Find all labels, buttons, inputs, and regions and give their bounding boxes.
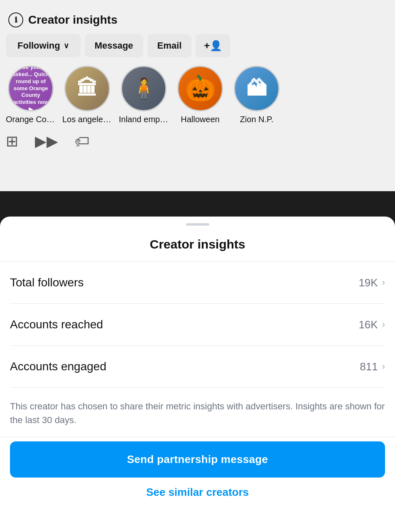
total-followers-value: 19K	[358, 276, 378, 289]
highlight-halloween[interactable]: 🎃 Halloween	[175, 66, 225, 124]
cta-section: Send partnership message See similar cre…	[0, 437, 395, 515]
background-profile: ℹ Creator insights Following ∨ Message E…	[0, 0, 395, 191]
total-followers-label: Total followers	[10, 276, 83, 289]
following-label: Following	[17, 40, 60, 51]
highlight-los-angeles[interactable]: 🏛 Los angeles...	[62, 66, 112, 124]
halloween-icon: 🎃	[185, 76, 216, 101]
modal-title: Creator insights	[0, 234, 395, 261]
highlight-zion[interactable]: 🏔 Zion N.P.	[232, 66, 282, 124]
total-followers-value-row: 19K ›	[358, 276, 385, 289]
highlight-inland-empire[interactable]: 🧍 Inland empire	[119, 66, 169, 124]
chevron-down-icon: ∨	[64, 41, 69, 50]
total-followers-row[interactable]: Total followers 19K ›	[10, 262, 385, 304]
highlights-row: Ok you asked... Quick round up of some O…	[0, 66, 395, 124]
highlight-circle-inland-empire: 🧍	[121, 66, 167, 111]
add-person-button[interactable]: +👤	[196, 34, 231, 57]
message-label: Message	[95, 40, 133, 51]
highlight-orange-county[interactable]: Ok you asked... Quick round up of some O…	[6, 66, 56, 124]
see-similar-creators-button[interactable]: See similar creators	[10, 478, 385, 507]
accounts-reached-value-row: 16K ›	[358, 318, 385, 331]
accounts-reached-chevron-icon: ›	[382, 319, 385, 330]
post-grid-area: ⊞ ▶▶ 🏷	[0, 124, 395, 150]
accounts-reached-row[interactable]: Accounts reached 16K ›	[10, 304, 385, 346]
disclaimer-text: This creator has chosen to share their m…	[0, 388, 395, 437]
info-icon: ℹ	[8, 12, 23, 27]
email-label: Email	[157, 40, 182, 51]
highlight-circle-zion: 🏔	[234, 66, 280, 111]
email-button[interactable]: Email	[147, 34, 192, 57]
header-title: Creator insights	[28, 13, 118, 27]
following-button[interactable]: Following ∨	[6, 34, 81, 57]
accounts-engaged-value-row: 811 ›	[360, 360, 385, 373]
message-button[interactable]: Message	[85, 34, 143, 57]
highlight-label-halloween: Halloween	[175, 115, 225, 124]
reels-icon: ▶▶	[35, 133, 58, 150]
total-followers-chevron-icon: ›	[382, 277, 385, 288]
highlight-label-zion: Zion N.P.	[232, 115, 282, 124]
accounts-engaged-chevron-icon: ›	[382, 361, 385, 372]
highlight-label-los-angeles: Los angeles...	[62, 115, 112, 124]
accounts-engaged-row[interactable]: Accounts engaged 811 ›	[10, 346, 385, 388]
tagged-icon: 🏷	[75, 133, 90, 150]
see-similar-label: See similar creators	[146, 486, 249, 498]
metrics-list: Total followers 19K › Accounts reached 1…	[0, 262, 395, 388]
highlight-label-inland-empire: Inland empire	[119, 115, 169, 124]
accounts-reached-value: 16K	[358, 318, 378, 331]
accounts-reached-label: Accounts reached	[10, 318, 103, 331]
action-buttons-row: Following ∨ Message Email +👤	[0, 34, 395, 57]
creator-insights-modal: Creator insights Total followers 19K › A…	[0, 217, 395, 532]
highlight-circle-orange-county: Ok you asked... Quick round up of some O…	[8, 66, 54, 111]
accounts-engaged-label: Accounts engaged	[10, 360, 106, 373]
accounts-engaged-value: 811	[360, 360, 378, 373]
add-person-icon: +👤	[204, 40, 222, 52]
highlight-circle-halloween: 🎃	[177, 66, 223, 111]
top-bar: ℹ Creator insights	[0, 0, 395, 34]
drag-handle[interactable]	[186, 223, 209, 226]
send-partnership-label: Send partnership message	[127, 453, 268, 466]
send-partnership-button[interactable]: Send partnership message	[10, 441, 385, 478]
grid-view-icon: ⊞	[6, 133, 18, 150]
highlight-circle-los-angeles: 🏛	[64, 66, 110, 111]
highlight-label-orange-county: Orange Cou...	[6, 115, 56, 124]
